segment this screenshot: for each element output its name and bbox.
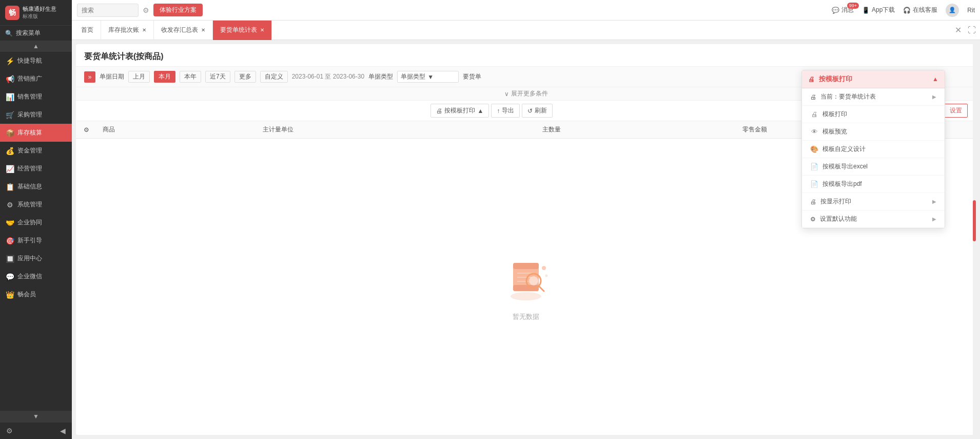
sales-icon: 📊 <box>5 93 14 101</box>
dropdown-export-pdf[interactable]: 📄 按模板导出pdf <box>802 176 945 193</box>
svg-line-9 <box>539 286 544 291</box>
tab-batch-account[interactable]: 库存批次账 ✕ <box>101 21 154 40</box>
filter-last-7days[interactable]: 近7天 <box>205 71 230 83</box>
operation-icon: 📈 <box>5 165 14 173</box>
printer-icon: 🖨 <box>436 107 442 114</box>
app-logo-icon: 畅 <box>5 6 19 20</box>
purchase-icon: 🛒 <box>5 111 14 119</box>
print-dropdown: 🖨 按模板打印 ▲ 🖨 当前：要货单统计表 ▶ 🖨 模板打印 👁 模板预览 <box>801 70 945 228</box>
svg-point-10 <box>542 266 546 270</box>
dropdown-template-print[interactable]: 🖨 模板打印 <box>802 106 945 123</box>
dropdown-display-print[interactable]: 🖨 按显示打印 ▶ <box>802 193 945 211</box>
app-icon: 📱 <box>862 7 870 14</box>
sidebar-item-sales[interactable]: 📊 销售管理 <box>0 88 72 106</box>
sidebar-item-operation[interactable]: 📈 经营管理 <box>0 160 72 178</box>
export-excel-icon: 📄 <box>810 163 818 170</box>
topbar-service[interactable]: 🎧 在线客服 <box>903 6 937 14</box>
print-chevron-up-icon: ▲ <box>477 107 483 114</box>
filter-expand-button[interactable]: » <box>84 71 95 83</box>
sidebar-item-quick-nav[interactable]: ⚡ 快捷导航 <box>0 52 72 70</box>
newbie-icon: 🎯 <box>5 237 14 245</box>
filter-custom[interactable]: 自定义 <box>260 71 288 83</box>
refresh-button[interactable]: ↺ 刷新 <box>522 104 553 118</box>
filter-prev-month[interactable]: 上月 <box>128 71 150 83</box>
sidebar-footer: ⚙ ◀ <box>0 422 72 439</box>
scrollbar-thumb <box>973 200 976 241</box>
tabs-expand[interactable]: ⛶ <box>966 26 978 35</box>
topbar-app-download[interactable]: 📱 App下载 <box>862 6 895 14</box>
print-template-button[interactable]: 🖨 按模板打印 ▲ <box>430 104 489 118</box>
topbar-gear-icon[interactable]: ⚙ <box>143 6 149 14</box>
basic-icon: 📋 <box>5 183 14 191</box>
dropdown-template-preview[interactable]: 👁 模板预览 <box>802 123 945 141</box>
svg-point-0 <box>511 292 541 300</box>
svg-point-8 <box>529 276 538 285</box>
sidebar-item-basic[interactable]: 📋 基础信息 <box>0 178 72 196</box>
topbar-right: 💬 消息 99+ 📱 App下载 🎧 在线客服 👤 Rit <box>832 4 975 17</box>
sidebar-item-purchase[interactable]: 🛒 采购管理 <box>0 106 72 124</box>
svg-rect-2 <box>513 263 539 269</box>
chevron-down-icon: ∨ <box>504 90 509 98</box>
sidebar-item-appstore[interactable]: 🔲 应用中心 <box>0 250 72 268</box>
col-goods: 商品 <box>96 121 257 139</box>
sidebar-item-marketing[interactable]: 📢 营销推广 <box>0 70 72 88</box>
system-icon: ⚙ <box>5 201 14 209</box>
wechat-icon: 💬 <box>5 273 14 281</box>
sidebar-item-system[interactable]: ⚙ 系统管理 <box>0 196 72 214</box>
tab-bar: 首页 库存批次账 ✕ 收发存汇总表 ✕ 要货单统计表 ✕ ✕ ⛶ <box>72 21 980 40</box>
sidebar-item-enterprise[interactable]: 🤝 企业协同 <box>0 214 72 232</box>
template-preview-icon: 👁 <box>810 128 818 136</box>
sidebar-item-member[interactable]: 👑 畅会员 <box>0 285 72 303</box>
tab-order-stats-close[interactable]: ✕ <box>260 27 264 33</box>
export-button[interactable]: ↑ 导出 <box>491 104 520 118</box>
print-dropdown-header[interactable]: 🖨 按模板打印 ▲ <box>802 70 945 88</box>
template-print-icon: 🖨 <box>810 110 818 118</box>
sidebar-scroll-up[interactable]: ▲ <box>0 41 72 52</box>
topbar-message[interactable]: 💬 消息 99+ <box>832 6 854 14</box>
dropdown-template-design[interactable]: 🎨 模板自定义设计 <box>802 141 945 158</box>
dropdown-collapse-icon: ▲ <box>932 75 938 83</box>
sidebar-settings-icon[interactable]: ⚙ <box>6 427 13 435</box>
tab-collect-summary[interactable]: 收发存汇总表 ✕ <box>154 21 213 40</box>
trial-button[interactable]: 体验行业方案 <box>153 4 203 16</box>
display-print-chevron: ▶ <box>932 199 936 204</box>
dropdown-export-excel[interactable]: 📄 按模板导出excel <box>802 158 945 176</box>
order-type-label: 单据类型 <box>368 72 393 81</box>
search-icon: 🔍 <box>5 30 13 37</box>
tabs-close-all[interactable]: ✕ <box>951 25 966 35</box>
main-scrollbar[interactable] <box>973 44 976 435</box>
sidebar-item-wechat[interactable]: 💬 企业微信 <box>0 268 72 285</box>
topbar-username[interactable]: Rit <box>967 7 975 14</box>
message-icon: 💬 <box>832 7 839 14</box>
appstore-icon: 🔲 <box>5 255 14 263</box>
sidebar-scroll-down[interactable]: ▼ <box>0 411 72 422</box>
order-type-select[interactable]: 单据类型 ▼ <box>397 71 459 83</box>
col-quantity: 主数量 <box>536 121 736 139</box>
finance-icon: 💰 <box>5 147 14 155</box>
sidebar-toggle-icon[interactable]: ◀ <box>60 427 66 435</box>
filter-more[interactable]: 更多 <box>234 71 256 83</box>
enterprise-icon: 🤝 <box>5 219 14 227</box>
current-chevron-icon: ▶ <box>932 94 936 100</box>
dropdown-set-default[interactable]: ⚙ 设置默认功能 ▶ <box>802 211 945 228</box>
template-design-icon: 🎨 <box>810 145 818 153</box>
sidebar-item-inventory[interactable]: 📦 库存核算 <box>0 124 72 142</box>
tab-collect-summary-close[interactable]: ✕ <box>201 27 205 33</box>
filter-current-year[interactable]: 本年 <box>180 71 201 83</box>
empty-illustration <box>500 253 552 304</box>
dropdown-current-item[interactable]: 🖨 当前：要货单统计表 ▶ <box>802 88 945 106</box>
user-avatar[interactable]: 👤 <box>946 4 959 17</box>
current-template-icon: 🖨 <box>810 93 816 101</box>
topbar-search-input[interactable] <box>77 4 139 17</box>
tab-home[interactable]: 首页 <box>74 21 101 40</box>
app-logo-text: 畅康通好生意 标准版 <box>23 5 56 20</box>
sidebar-item-newbie[interactable]: 🎯 新手引导 <box>0 232 72 250</box>
col-settings[interactable]: ⚙ <box>76 121 96 139</box>
sidebar-item-finance[interactable]: 💰 资金管理 <box>0 142 72 160</box>
tab-batch-account-close[interactable]: ✕ <box>142 27 146 33</box>
sidebar-nav: ⚡ 快捷导航 📢 营销推广 📊 销售管理 🛒 采购管理 📦 库存核算 💰 资金管… <box>0 52 72 411</box>
filter-current-month[interactable]: 本月 <box>154 71 175 83</box>
settings-button[interactable]: 设置 <box>944 104 968 118</box>
tab-order-stats[interactable]: 要货单统计表 ✕ <box>213 21 272 40</box>
sidebar-search[interactable]: 🔍 搜索菜单 <box>0 26 72 41</box>
